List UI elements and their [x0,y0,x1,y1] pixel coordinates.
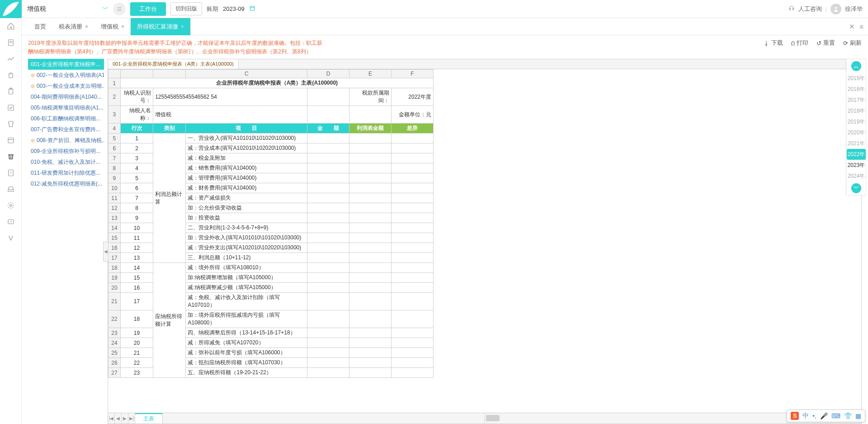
row-header[interactable]: 19 [108,273,121,283]
row-header[interactable]: 21 [108,293,121,310]
ime-toolbar[interactable]: S 中 •, 🎤 ⌨ 👕 ▦ [787,410,865,422]
row-header[interactable]: 2 [108,88,121,106]
cell[interactable]: 四、纳税调整后所得（13-14+15-16-17+18） [186,328,307,338]
year-item[interactable]: 2019年 [847,116,866,127]
corner-cell[interactable] [108,70,121,78]
sheet-nav-last-icon[interactable]: ▶| [128,413,135,424]
row-header[interactable]: 4 [108,124,121,133]
cell[interactable] [349,233,392,243]
cell[interactable]: 加：营业外收入(填写A101010\101020\103000) [186,233,307,243]
nav-bag-icon[interactable] [0,67,22,83]
cell[interactable] [349,348,392,358]
cell[interactable] [307,106,349,124]
ime-mic-icon[interactable]: 🎤 [820,412,828,419]
row-header[interactable]: 17 [108,253,121,263]
cell[interactable] [307,183,349,193]
nav-calendar-icon[interactable] [0,132,22,148]
sheet-nav-first-icon[interactable]: |◀ [108,413,115,424]
cell[interactable]: 金 额 [307,124,349,133]
collapse-nav-handle[interactable]: ◀ [103,242,108,262]
cell[interactable]: 二、营业利润(1-2-3-4-5-6-7+8+9) [186,223,307,233]
cell[interactable] [307,153,349,163]
cell[interactable] [307,213,349,223]
cell[interactable]: 2022年度 [391,88,433,106]
row-header[interactable]: 10 [108,183,121,193]
form-nav-item[interactable]: 011-研发费用加计扣除优惠... [28,167,104,178]
cell[interactable] [349,193,392,203]
bottom-sheet-tab[interactable]: 主表 [135,413,163,424]
cell[interactable] [307,133,349,143]
page-tab[interactable]: 税表清册× [52,18,94,35]
nav-clipboard-icon[interactable] [0,83,22,100]
cell[interactable]: 减：财务费用(填写A104000) [186,183,307,193]
cell[interactable] [307,173,349,183]
tab-close-all-icon[interactable]: ✕ [849,23,855,31]
cell[interactable] [349,328,392,338]
cell[interactable] [349,223,392,233]
col-header[interactable] [120,70,153,78]
cell[interactable] [391,283,433,293]
cell[interactable] [391,193,433,203]
year-item[interactable]: 2022年 [847,149,866,160]
row-header[interactable]: 16 [108,243,121,253]
cell[interactable] [391,253,433,263]
cell[interactable] [307,233,349,243]
form-nav-item[interactable]: 005-纳税调整项目明细表(A1... [28,102,104,113]
form-nav-item[interactable]: 006-职工薪酬纳税调整明细... [28,113,104,124]
cell[interactable]: 差异 [391,124,433,133]
cell[interactable] [307,163,349,173]
cell[interactable] [349,310,392,328]
cell[interactable] [349,213,392,223]
cell[interactable]: 5 [120,173,153,183]
cell[interactable] [307,88,349,106]
cell[interactable]: 15 [120,273,153,283]
row-header[interactable]: 7 [108,153,121,163]
form-nav-item[interactable]: 001-企业所得税年度纳税申... [28,59,104,70]
cell[interactable]: 减：免税、减计收入及加计扣除（填写A107010） [186,293,307,310]
row-header[interactable]: 8 [108,163,121,173]
workbench-button[interactable]: 工作台 [130,2,166,16]
form-nav-item[interactable]: 010-免税、减计收入及加计... [28,157,104,167]
ime-grid-icon[interactable]: ▦ [855,412,861,419]
row-header[interactable]: 18 [108,263,121,273]
cell[interactable]: 减：境外所得（填写A108010） [186,263,307,273]
year-item[interactable]: 2020年 [847,127,866,138]
cell[interactable]: 加：境外应税所得抵减境内亏损（填写A108000） [186,310,307,328]
cell[interactable]: 19 [120,328,153,338]
cell[interactable] [349,358,392,368]
cell[interactable] [391,338,433,348]
sheet-tab[interactable]: 001-企业所得税年度纳税申报表（A类）主表(A100000) [108,59,239,69]
cell[interactable] [349,143,392,153]
row-header[interactable]: 1 [108,78,121,88]
print-button[interactable]: ⎙打印 [791,39,808,47]
cell[interactable]: 1 [120,133,153,143]
cell[interactable]: 项 目 [186,124,307,133]
cell[interactable] [391,310,433,328]
cell[interactable] [349,106,392,124]
cell[interactable]: 加：公允价值变动收益 [186,203,307,213]
cell[interactable]: 6 [120,183,153,193]
row-header[interactable]: 3 [108,106,121,124]
close-icon[interactable]: × [85,24,88,30]
cell[interactable] [307,243,349,253]
cell[interactable]: 类别 [153,124,186,133]
company-selector[interactable]: 增值税 ﹀ [27,5,108,13]
sheet-nav-prev-icon[interactable]: ◀ [115,413,122,424]
cell[interactable]: 减：营业外支出(填写A102010\102020\103000) [186,243,307,253]
cell[interactable]: 一、营业收入(填写A101010\101020\103000) [186,133,307,143]
form-nav-item[interactable]: 009-企业所得税弥补亏损明... [28,146,104,157]
col-header[interactable] [153,70,186,78]
cell[interactable] [391,183,433,193]
nav-export-icon[interactable] [0,165,22,181]
cell[interactable] [349,133,392,143]
row-header[interactable]: 25 [108,348,121,358]
cell[interactable]: 企业所得税年度纳税申报表（A类）主表(A100000) [120,78,433,88]
cell[interactable] [349,253,392,263]
cell[interactable]: 10 [120,223,153,233]
cell[interactable]: 税款所属期间： [349,88,392,106]
cell[interactable]: 减:纳税调整减少额（填写A105000） [186,283,307,293]
cell[interactable] [349,243,392,253]
row-header[interactable]: 23 [108,328,121,338]
cell[interactable] [349,283,392,293]
close-icon[interactable]: × [121,24,124,30]
